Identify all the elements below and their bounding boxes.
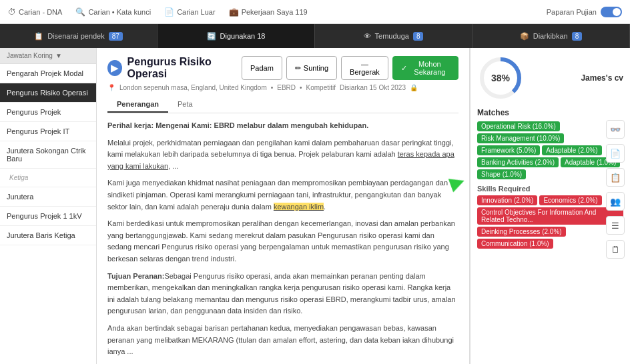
archive-icon: 📦 <box>520 32 529 41</box>
skill-tags: Innovation (2.0%)Economics (2.0%)Control… <box>477 195 623 249</box>
sidebar-item-pengurus-projek-it[interactable]: Pengurus Projek IT <box>0 122 96 141</box>
underline-text: teras kepada apa yang kami lakukan <box>107 150 454 170</box>
highlight-text: kewangan iklim <box>274 203 324 211</box>
skill-tag: Deinking Processes (2.0%) <box>477 227 566 237</box>
tab-temuduga[interactable]: 👁 Temuduga 8 <box>315 24 472 48</box>
tab-diarkibkan[interactable]: 📦 Diarkibkan 8 <box>472 24 630 48</box>
main-container: Jawatan Koring ▼ Pengarah Projek Modal P… <box>0 48 630 364</box>
job-actions: Padam ✏ Sunting —Bergerak ✓ Mohon Sekara… <box>242 56 458 80</box>
sidebar-item-pengarah[interactable]: Pengarah Projek Modal <box>0 64 96 83</box>
job-body-p5: Anda akan bertindak sebagai barisan pert… <box>107 323 458 358</box>
bergerak-button[interactable]: —Bergerak <box>341 56 388 80</box>
job-body-p2: Kami juga menyediakan khidmat nasihat pe… <box>107 177 458 213</box>
temuduga-badge: 8 <box>413 32 424 41</box>
check-icon: ✓ <box>401 64 407 73</box>
skill-tag: Innovation (2.0%) <box>477 195 537 205</box>
pencil-icon: ✏ <box>295 64 301 73</box>
job-body-p3: Kami berdedikasi untuk mempromosikan per… <box>107 218 458 265</box>
doc-icon: 📄 <box>164 7 174 17</box>
sidebar-item-jurutera[interactable]: Jurutera <box>0 187 96 207</box>
job-header: ▶ Pengurus Risiko Operasi Padam ✏ Suntin… <box>107 56 458 80</box>
sidebar: Jawatan Koring ▼ Pengarah Projek Modal P… <box>0 48 97 364</box>
job-detail: ▶ Pengurus Risiko Operasi Padam ✏ Suntin… <box>97 48 470 364</box>
toggle-switch[interactable] <box>601 7 622 17</box>
diarkibkan-badge: 8 <box>572 32 583 41</box>
skill-tag: Control Objectives For Information And R… <box>477 207 623 225</box>
location-icon: 📍 <box>107 84 115 91</box>
padam-button[interactable]: Padam <box>242 56 282 80</box>
match-tag: Shape (1.0%) <box>477 169 526 179</box>
job-title: Pengurus Risiko Operasi <box>127 56 242 80</box>
match-tag: Adaptable (2.0%) <box>542 145 601 155</box>
sidebar-item-jurutera-sokongan[interactable]: Jurutera Sokongan Ctrik Baru <box>0 141 96 169</box>
tab-disenarai[interactable]: 📋 Disenarai pendek 87 <box>0 24 158 48</box>
match-tag: Framework (5.0%) <box>477 145 540 155</box>
chevron-icon: ▼ <box>55 52 62 59</box>
app-wrapper: ⏱ Carian - DNA 🔍 Carian • Kata kunci 📄 C… <box>0 0 630 364</box>
lock-icon: 🔒 <box>410 84 418 91</box>
job-body-p1: Melalui projek, perkhidmatan perniagaan … <box>107 137 458 173</box>
top-nav: ⏱ Carian - DNA 🔍 Carian • Kata kunci 📄 C… <box>0 0 630 24</box>
skill-tag: Economics (2.0%) <box>539 195 601 205</box>
sunting-button[interactable]: ✏ Sunting <box>286 56 337 80</box>
job-body-p4: Tujuan Peranan:Sebagai Pengurus risiko o… <box>107 271 458 317</box>
skill-tag: Communication (1.0%) <box>477 239 553 249</box>
document-icon[interactable]: 📄 <box>606 144 625 163</box>
icon-toolbar: 👓📄📋👥☰🗒 <box>606 120 625 259</box>
match-tag: Risk Management (10.0%) <box>477 133 564 143</box>
refresh-icon: 🔄 <box>207 32 216 41</box>
tab-penerangan[interactable]: Penerangan <box>107 97 168 113</box>
match-tag: Banking Activities (2.0%) <box>477 157 559 167</box>
cv-circle: 38% <box>477 55 524 101</box>
sidebar-item-ketiga: Ketiga <box>0 169 96 187</box>
people-icon[interactable]: 👥 <box>606 192 625 211</box>
nav-carian-dna[interactable]: ⏱ Carian - DNA <box>8 7 62 17</box>
briefcase-icon: 💼 <box>229 7 239 17</box>
job-body-heading: Perihal kerja: Mengenai Kami: EBRD melab… <box>107 120 458 132</box>
tab-peta[interactable]: Peta <box>168 97 202 113</box>
job-meta: 📍 London sepenuh masa, England, United K… <box>107 84 458 91</box>
matches-title: Matches <box>477 108 623 117</box>
sidebar-item-pengurus-projek[interactable]: Pengurus Projek <box>0 103 96 122</box>
sidebar-item-jurutera-baris[interactable]: Jurutera Baris Ketiga <box>0 226 96 245</box>
document2-icon[interactable]: 📋 <box>606 168 625 187</box>
search-icon: 🔍 <box>75 7 85 17</box>
job-tabs: Penerangan Peta <box>107 97 458 113</box>
skills-title: Skills Required <box>477 185 623 193</box>
list-icon[interactable]: ☰ <box>606 216 625 235</box>
sidebar-item-pengurus-risiko[interactable]: Pengurus Risiko Operasi <box>0 83 96 103</box>
match-tags: Operational Risk (16.0%)Risk Management … <box>477 121 623 179</box>
toggle-knob <box>613 8 621 16</box>
filter-bar: 📋 Disenarai pendek 87 🔄 Digunakan 18 👁 T… <box>0 24 630 48</box>
list-icon-tab: 📋 <box>34 32 43 41</box>
mohon-button[interactable]: ✓ Mohon Sekarang <box>392 56 458 80</box>
page-icon[interactable]: 🗒 <box>606 240 625 259</box>
cv-label: James's cv <box>581 73 623 83</box>
tab-digunakan[interactable]: 🔄 Digunakan 18 <box>158 24 315 48</box>
sidebar-item-pengurus-projek-1kv[interactable]: Pengurus Projek 1 1kV <box>0 207 96 226</box>
cv-percent: 38% <box>491 73 510 83</box>
sidebar-header: Jawatan Koring ▼ <box>0 48 96 64</box>
job-body: Perihal kerja: Mengenai Kami: EBRD melab… <box>107 120 458 358</box>
nav-pekerjaan[interactable]: 💼 Pekerjaan Saya 119 <box>229 7 308 17</box>
job-title-icon: ▶ <box>107 60 122 76</box>
nav-carian-luar[interactable]: 📄 Carian Luar <box>164 7 215 17</box>
glasses-icon[interactable]: 👓 <box>606 120 625 139</box>
eye-icon: 👁 <box>364 32 371 40</box>
disenarai-badge: 87 <box>109 32 123 41</box>
cv-match-area: 38% James's cv <box>477 55 623 101</box>
nav-carian-kata[interactable]: 🔍 Carian • Kata kunci <box>75 7 151 17</box>
match-tag: Operational Risk (16.0%) <box>477 121 560 131</box>
hourglass-icon: ⏱ <box>8 7 16 17</box>
job-title-row: ▶ Pengurus Risiko Operasi <box>107 56 242 80</box>
paparan-pujian-toggle[interactable]: Paparan Pujian <box>547 7 622 17</box>
